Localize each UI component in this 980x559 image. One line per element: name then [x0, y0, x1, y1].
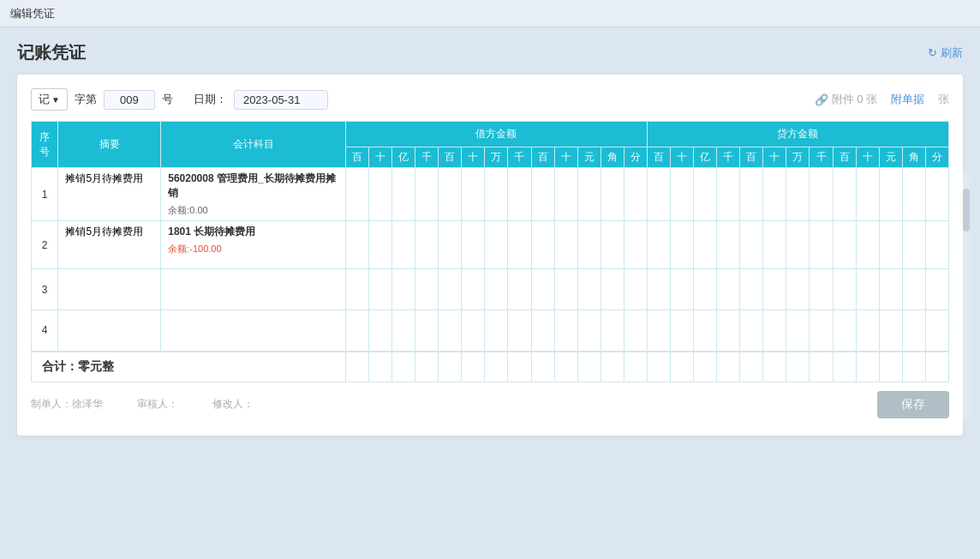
- credit-cell-r3-c6[interactable]: [763, 269, 786, 310]
- credit-cell-r4-c8[interactable]: [810, 310, 833, 352]
- debit-cell-r1-c11[interactable]: [577, 168, 601, 221]
- credit-cell-r4-c5[interactable]: [740, 310, 763, 352]
- debit-cell-r2-c11[interactable]: [577, 221, 601, 269]
- row-account-4[interactable]: [161, 310, 346, 352]
- debit-cell-r2-c12[interactable]: [601, 221, 624, 269]
- debit-cell-r1-c9[interactable]: [531, 168, 554, 221]
- debit-cell-r1-c7[interactable]: [485, 168, 508, 221]
- row-account-2[interactable]: 1801 长期待摊费用余额:-100.00: [161, 221, 346, 269]
- debit-cell-r1-c13[interactable]: [624, 168, 647, 221]
- debit-cell-r3-c9[interactable]: [531, 269, 554, 310]
- debit-cell-r3-c11[interactable]: [577, 269, 601, 310]
- credit-cell-r3-c12[interactable]: [902, 269, 925, 310]
- debit-cell-r4-c9[interactable]: [531, 310, 554, 352]
- credit-cell-r3-c4[interactable]: [717, 269, 740, 310]
- debit-cell-r3-c1[interactable]: [345, 269, 368, 310]
- debit-cell-r3-c4[interactable]: [415, 269, 439, 310]
- row-summary-4[interactable]: [58, 310, 161, 352]
- debit-cell-r3-c5[interactable]: [439, 269, 462, 310]
- debit-cell-r2-c6[interactable]: [462, 221, 485, 269]
- debit-cell-r4-c7[interactable]: [485, 310, 508, 352]
- date-input[interactable]: [234, 90, 328, 110]
- debit-cell-r3-c13[interactable]: [624, 269, 647, 310]
- credit-cell-r4-c1[interactable]: [647, 310, 670, 352]
- debit-cell-r2-c4[interactable]: [415, 221, 439, 269]
- debit-cell-r1-c8[interactable]: [508, 168, 531, 221]
- debit-cell-r1-c2[interactable]: [368, 168, 391, 221]
- credit-cell-r1-c10[interactable]: [856, 168, 879, 221]
- credit-cell-r4-c13[interactable]: [925, 310, 948, 352]
- credit-cell-r2-c8[interactable]: [810, 221, 833, 269]
- credit-cell-r4-c3[interactable]: [694, 310, 717, 352]
- credit-cell-r4-c7[interactable]: [786, 310, 810, 352]
- credit-cell-r2-c5[interactable]: [740, 221, 763, 269]
- credit-cell-r4-c11[interactable]: [879, 310, 902, 352]
- credit-cell-r2-c13[interactable]: [925, 221, 948, 269]
- credit-cell-r3-c10[interactable]: [856, 269, 879, 310]
- debit-cell-r2-c8[interactable]: [508, 221, 531, 269]
- credit-cell-r2-c12[interactable]: [902, 221, 925, 269]
- debit-cell-r4-c1[interactable]: [345, 310, 368, 352]
- credit-cell-r4-c6[interactable]: [763, 310, 786, 352]
- credit-cell-r2-c7[interactable]: [786, 221, 810, 269]
- debit-cell-r2-c9[interactable]: [531, 221, 554, 269]
- debit-cell-r1-c12[interactable]: [601, 168, 624, 221]
- credit-cell-r4-c10[interactable]: [856, 310, 879, 352]
- credit-cell-r2-c2[interactable]: [671, 221, 694, 269]
- credit-cell-r1-c8[interactable]: [810, 168, 833, 221]
- row-account-3[interactable]: [161, 269, 346, 310]
- debit-cell-r1-c3[interactable]: [392, 168, 415, 221]
- debit-cell-r3-c7[interactable]: [485, 269, 508, 310]
- credit-cell-r2-c3[interactable]: [694, 221, 717, 269]
- debit-cell-r1-c6[interactable]: [462, 168, 485, 221]
- row-summary-2[interactable]: 摊销5月待摊费用: [58, 221, 161, 269]
- credit-cell-r2-c1[interactable]: [647, 221, 670, 269]
- debit-cell-r4-c2[interactable]: [368, 310, 391, 352]
- credit-cell-r2-c11[interactable]: [879, 221, 902, 269]
- credit-cell-r3-c9[interactable]: [833, 269, 856, 310]
- credit-cell-r3-c8[interactable]: [810, 269, 833, 310]
- row-summary-3[interactable]: [58, 269, 161, 310]
- row-summary-1[interactable]: 摊销5月待摊费用: [58, 168, 161, 221]
- debit-cell-r1-c5[interactable]: [439, 168, 462, 221]
- credit-cell-r1-c13[interactable]: [925, 168, 948, 221]
- credit-cell-r3-c5[interactable]: [740, 269, 763, 310]
- debit-cell-r3-c8[interactable]: [508, 269, 531, 310]
- debit-cell-r2-c13[interactable]: [624, 221, 647, 269]
- attach-receipt-button[interactable]: 附单据: [891, 92, 924, 107]
- credit-cell-r3-c2[interactable]: [671, 269, 694, 310]
- credit-cell-r1-c2[interactable]: [671, 168, 694, 221]
- debit-cell-r2-c1[interactable]: [345, 221, 368, 269]
- zi-number-input[interactable]: [104, 90, 155, 110]
- debit-cell-r4-c10[interactable]: [554, 310, 577, 352]
- debit-cell-r3-c6[interactable]: [462, 269, 485, 310]
- debit-cell-r4-c13[interactable]: [624, 310, 647, 352]
- credit-cell-r1-c1[interactable]: [647, 168, 670, 221]
- credit-cell-r1-c3[interactable]: [694, 168, 717, 221]
- debit-cell-r4-c12[interactable]: [601, 310, 624, 352]
- debit-cell-r4-c11[interactable]: [577, 310, 601, 352]
- debit-cell-r2-c5[interactable]: [439, 221, 462, 269]
- voucher-type-button[interactable]: 记 ▼: [31, 88, 68, 111]
- row-account-1[interactable]: 56020008 管理费用_长期待摊费用摊销余额:0.00: [161, 168, 346, 221]
- credit-cell-r2-c10[interactable]: [856, 221, 879, 269]
- save-button[interactable]: 保存: [877, 391, 949, 418]
- debit-cell-r4-c3[interactable]: [392, 310, 415, 352]
- credit-cell-r4-c12[interactable]: [902, 310, 925, 352]
- credit-cell-r3-c11[interactable]: [879, 269, 902, 310]
- credit-cell-r1-c11[interactable]: [879, 168, 902, 221]
- scrollbar-thumb[interactable]: [963, 189, 970, 231]
- debit-cell-r2-c3[interactable]: [392, 221, 415, 269]
- credit-cell-r3-c1[interactable]: [647, 269, 670, 310]
- credit-cell-r3-c3[interactable]: [694, 269, 717, 310]
- debit-cell-r1-c10[interactable]: [554, 168, 577, 221]
- debit-cell-r3-c10[interactable]: [554, 269, 577, 310]
- credit-cell-r2-c4[interactable]: [717, 221, 740, 269]
- credit-cell-r4-c2[interactable]: [671, 310, 694, 352]
- debit-cell-r4-c8[interactable]: [508, 310, 531, 352]
- debit-cell-r1-c4[interactable]: [415, 168, 439, 221]
- refresh-button[interactable]: ↻ 刷新: [928, 45, 963, 61]
- credit-cell-r4-c9[interactable]: [833, 310, 856, 352]
- debit-cell-r4-c5[interactable]: [439, 310, 462, 352]
- debit-cell-r4-c4[interactable]: [415, 310, 439, 352]
